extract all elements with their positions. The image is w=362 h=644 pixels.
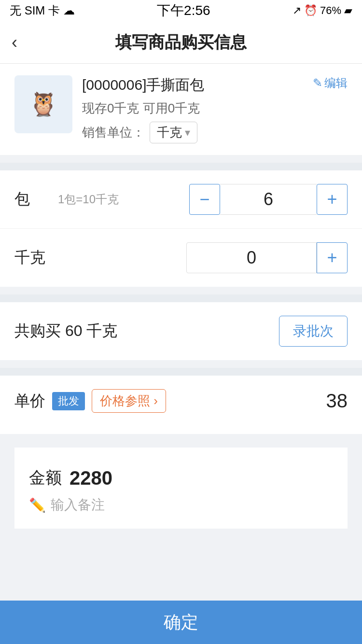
note-placeholder: 输入备注 <box>51 496 105 514</box>
nav-bar: ‹ 填写商品购买信息 <box>0 21 362 64</box>
chevron-down-icon: ▾ <box>185 126 190 139</box>
unit-label: 销售单位： <box>82 124 145 141</box>
price-section: 单价 批发 价格参照 › 38 <box>0 376 362 434</box>
unit-value: 千克 <box>157 124 182 141</box>
product-logo-icon: 🦉 <box>29 91 58 118</box>
kg-input-row: 千克 + <box>0 229 362 287</box>
price-label: 单价 <box>14 391 45 412</box>
section-divider-3 <box>0 368 362 376</box>
pencil-icon: ✏️ <box>29 497 46 513</box>
summary-text: 共购买 60 千克 <box>14 321 117 342</box>
battery-icon: ▰ <box>344 4 352 17</box>
price-row: 单价 批发 价格参照 › 38 <box>14 389 348 413</box>
product-name: [0000006]手撕面包 <box>82 75 204 95</box>
edit-button[interactable]: ✎ 编辑 <box>313 75 348 91</box>
input-section: 包 1包=10千克 − + 千克 + <box>0 170 362 287</box>
confirm-button-label: 确定 <box>164 611 198 634</box>
section-divider-1 <box>0 163 362 170</box>
amount-row: 金额 2280 <box>29 457 333 496</box>
product-image: 🦉 <box>14 75 72 133</box>
alarm-icon: ⏰ <box>304 4 317 17</box>
summary-section: 共购买 60 千克 录批次 <box>0 302 362 360</box>
edit-icon: ✎ <box>313 76 322 90</box>
price-type-tag: 批发 <box>52 392 85 410</box>
batch-button[interactable]: 录批次 <box>279 316 348 347</box>
product-name-row: [0000006]手撕面包 ✎ 编辑 <box>82 75 348 95</box>
bao-minus-button[interactable]: − <box>189 184 220 215</box>
product-unit-row: 销售单位： 千克 ▾ <box>82 122 348 143</box>
status-bar-left: 无 SIM 卡 ☁ <box>10 3 75 18</box>
status-bar-time: 下午2:56 <box>157 1 210 20</box>
kg-plus-button[interactable]: + <box>317 242 348 273</box>
bao-input-row: 包 1包=10千克 − + <box>0 170 362 229</box>
bao-stepper: − + <box>189 184 348 215</box>
product-info: [0000006]手撕面包 ✎ 编辑 现存0千克 可用0千克 销售单位： 千克 … <box>82 75 348 143</box>
amount-label: 金额 <box>29 467 62 489</box>
price-reference-button[interactable]: 价格参照 › <box>92 389 166 413</box>
edit-label: 编辑 <box>324 75 348 91</box>
kg-input[interactable] <box>186 242 317 273</box>
bao-plus-button[interactable]: + <box>317 184 348 215</box>
status-bar-right: ↗ ⏰ 76% ▰ <box>292 4 352 17</box>
bao-label: 包 <box>14 189 53 210</box>
amount-section: 金额 2280 ✏️ 输入备注 <box>0 434 362 529</box>
bao-hint: 1包=10千克 <box>58 192 189 207</box>
price-value: 38 <box>326 390 348 412</box>
amount-value: 2280 <box>70 467 112 489</box>
sim-status: 无 SIM 卡 ☁ <box>10 3 75 18</box>
battery-level: 76% <box>320 4 341 17</box>
bao-input[interactable] <box>220 184 317 215</box>
product-card: 🦉 [0000006]手撕面包 ✎ 编辑 现存0千克 可用0千克 销售单位： 千… <box>0 64 362 155</box>
main-content: 🦉 [0000006]手撕面包 ✎ 编辑 现存0千克 可用0千克 销售单位： 千… <box>0 64 362 572</box>
page-title: 填写商品购买信息 <box>115 31 247 54</box>
section-divider-2 <box>0 294 362 302</box>
location-icon: ↗ <box>292 4 301 17</box>
kg-stepper: + <box>186 242 348 273</box>
back-button[interactable]: ‹ <box>12 32 17 53</box>
kg-label: 千克 <box>14 247 53 268</box>
unit-selector[interactable]: 千克 ▾ <box>150 122 197 143</box>
status-bar: 无 SIM 卡 ☁ 下午2:56 ↗ ⏰ 76% ▰ <box>0 0 362 21</box>
confirm-button[interactable]: 确定 <box>0 601 362 644</box>
product-stock: 现存0千克 可用0千克 <box>82 100 348 117</box>
note-row[interactable]: ✏️ 输入备注 <box>29 496 333 524</box>
